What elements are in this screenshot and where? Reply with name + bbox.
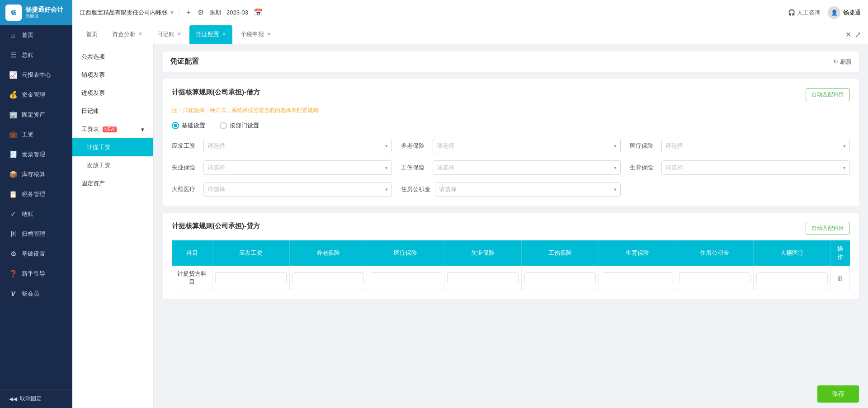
tab-diary[interactable]: 日记账 ✕: [151, 25, 188, 44]
select-placeholder: 请选择: [437, 164, 454, 172]
cell-zhufang-input[interactable]: [676, 266, 753, 290]
save-button[interactable]: 保存: [817, 385, 859, 403]
sidebar-item-member[interactable]: V 畅会员: [0, 284, 72, 304]
content-area: 公共选项 销项发票 进项发票 日记账 工资表 NEW ▾ 计提工资: [72, 44, 868, 408]
tab-label: 凭证配置: [196, 30, 219, 38]
yanglao-input[interactable]: [292, 272, 364, 283]
radio-department[interactable]: 按部门设置: [220, 122, 259, 130]
tax-icon: 📋: [9, 190, 17, 198]
company-selector[interactable]: 江西服宝精品有限责任公司内账张 ▾: [80, 9, 174, 17]
expand-icon[interactable]: ⤢: [855, 30, 861, 39]
sidebar-item-label: 结账: [22, 210, 33, 218]
yiliao-input[interactable]: [370, 272, 441, 283]
cell-yanglao-input[interactable]: [289, 266, 367, 290]
settings-gear-icon[interactable]: ⚙: [198, 8, 204, 17]
menu-item-purchase-invoice[interactable]: 进项发票: [72, 84, 153, 102]
dale-yiliao-select[interactable]: 请选择 ▾: [203, 182, 392, 197]
yingfa-select[interactable]: 请选择 ▾: [203, 139, 392, 153]
delete-icon[interactable]: 🗑: [837, 274, 844, 282]
home-icon: ⌂: [9, 31, 17, 39]
sidebar-item-guide[interactable]: ❓ 新手引导: [0, 264, 72, 284]
field-gongshang: 工伤保险 请选择 ▾: [401, 160, 621, 175]
menu-item-calc-salary[interactable]: 计提工资: [72, 138, 153, 156]
col-subject: 科目: [172, 240, 212, 266]
sidebar-item-label: 发票管理: [22, 150, 45, 159]
zhufang-input[interactable]: [679, 272, 750, 283]
tab-close-icon[interactable]: ✕: [222, 31, 226, 37]
auto-match-debit-button[interactable]: 自动匹配科目: [806, 88, 850, 101]
sidebar-item-tax[interactable]: 📋 税务管理: [0, 184, 72, 204]
add-icon[interactable]: ＋: [185, 8, 192, 17]
cell-gongshang-input[interactable]: [521, 266, 599, 290]
col-action: 操作: [831, 240, 850, 266]
tab-home[interactable]: 首页: [80, 25, 104, 44]
field-label: 医疗保险: [630, 142, 657, 150]
user-profile[interactable]: 👤 畅捷通: [828, 6, 861, 19]
funds-icon: 💰: [9, 91, 17, 99]
cell-yingfa-input[interactable]: [212, 266, 289, 290]
shengyu-select[interactable]: 请选择 ▾: [661, 160, 850, 175]
sidebar-item-ledger[interactable]: ☰ 总账: [0, 45, 72, 65]
tab-tax[interactable]: 个税申报 ✕: [234, 25, 277, 44]
menu-item-pay-salary[interactable]: 发放工资: [72, 156, 153, 174]
menu-item-diary[interactable]: 日记账: [72, 102, 153, 120]
dale-input[interactable]: [756, 272, 828, 283]
tab-close-icon[interactable]: ✕: [267, 31, 271, 37]
gongshang-select[interactable]: 请选择 ▾: [433, 160, 621, 175]
sidebar-item-reports[interactable]: 📈 云报表中心: [0, 65, 72, 85]
auto-match-credit-button[interactable]: 自动匹配科目: [806, 222, 850, 235]
sidebar-item-salary[interactable]: 💼 工资: [0, 125, 72, 145]
radio-basic[interactable]: 基础设置: [172, 122, 205, 130]
service-button[interactable]: 🎧 人工咨询: [788, 9, 821, 17]
tab-label: 日记账: [157, 30, 175, 38]
cell-shengyu-input[interactable]: [599, 266, 676, 290]
refresh-button[interactable]: ↻ 刷新: [833, 58, 852, 66]
gongshang-input[interactable]: [524, 272, 596, 283]
tab-voucher[interactable]: 凭证配置 ✕: [189, 25, 232, 44]
invoice-icon: 🧾: [9, 150, 17, 159]
tab-close-icon[interactable]: ✕: [138, 31, 142, 37]
menu-item-salary-table[interactable]: 工资表 NEW ▾: [72, 120, 153, 138]
tab-close-icon[interactable]: ✕: [177, 31, 181, 37]
calendar-icon[interactable]: 📅: [254, 8, 263, 17]
inventory-icon: 📦: [9, 170, 17, 178]
menu-item-sales-invoice[interactable]: 销项发票: [72, 66, 153, 84]
sidebar-item-invoice[interactable]: 🧾 发票管理: [0, 145, 72, 164]
sidebar-item-inventory[interactable]: 📦 库存核算: [0, 164, 72, 184]
chevron-down-icon: ▾: [385, 187, 388, 192]
field-yiliao: 医疗保险 请选择 ▾: [630, 139, 850, 153]
shiye-select[interactable]: 请选择 ▾: [203, 160, 392, 175]
sidebar-item-settings[interactable]: ⚙ 基础设置: [0, 244, 72, 264]
shiye-input[interactable]: [447, 272, 519, 283]
close-all-icon[interactable]: ✕: [845, 30, 851, 39]
save-bar: 保存: [808, 380, 868, 408]
sidebar-item-label: 工资: [22, 131, 33, 139]
field-label: 工伤保险: [401, 164, 428, 172]
select-placeholder: 请选择: [208, 142, 225, 150]
menu-item-public[interactable]: 公共选项: [72, 48, 153, 66]
credit-section: 计提核算规则(公司承担)-贷方 自动匹配科目 科目 应发工资 养老保险 医疗保险…: [163, 213, 859, 299]
sidebar-item-archive[interactable]: 🗄 归档管理: [0, 224, 72, 244]
sidebar-item-home[interactable]: ⌂ 首页: [0, 25, 72, 45]
cancel-pin-button[interactable]: ◀◀ 取消固定: [0, 389, 72, 408]
yiliao-select[interactable]: 请选择 ▾: [661, 139, 850, 153]
cell-shiye-input[interactable]: [444, 266, 521, 290]
yingfa-input[interactable]: [215, 272, 287, 283]
menu-item-fixed-assets[interactable]: 固定资产: [72, 174, 153, 192]
cell-delete[interactable]: 🗑: [831, 266, 850, 290]
sidebar-item-assets[interactable]: 🏢 固定资产: [0, 105, 72, 125]
main-area: 江西服宝精品有限责任公司内账张 ▾ ＋ ⚙ 账期 2023-03 📅 🎧 人工咨…: [72, 0, 868, 408]
yanglao-select[interactable]: 请选择 ▾: [433, 139, 621, 153]
radio-circle: [220, 122, 227, 129]
sidebar-item-funds[interactable]: 💰 资金管理: [0, 85, 72, 105]
sidebar-item-label: 基础设置: [22, 250, 45, 258]
logo-icon: 畅: [5, 5, 22, 21]
menu-label: 公共选项: [81, 53, 105, 60]
cell-yiliao-input[interactable]: [367, 266, 444, 290]
tab-funds[interactable]: 资金分析 ✕: [106, 25, 149, 44]
zhufang-select[interactable]: 请选择 ▾: [435, 182, 621, 197]
guide-icon: ❓: [9, 270, 17, 278]
cell-dale-input[interactable]: [753, 266, 830, 290]
shengyu-input[interactable]: [602, 272, 673, 283]
sidebar-item-closing[interactable]: ✓ 结账: [0, 204, 72, 224]
